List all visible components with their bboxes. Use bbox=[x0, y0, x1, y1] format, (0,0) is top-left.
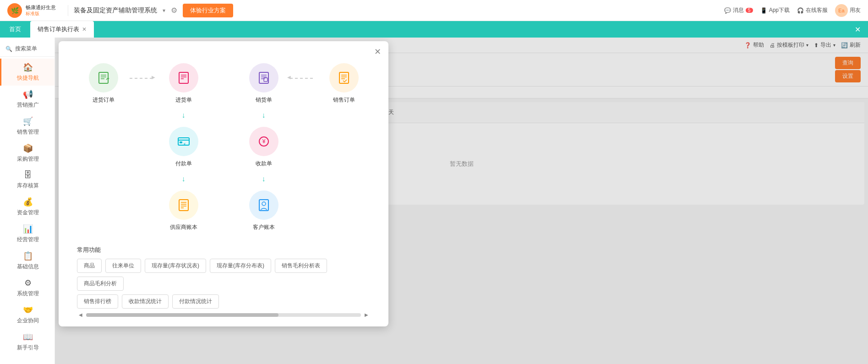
down-arrow-4: ↓ bbox=[237, 175, 290, 183]
tab-close-all-button[interactable]: ✕ bbox=[851, 25, 864, 34]
cf-sales-profit-button[interactable]: 销售毛利分析表 bbox=[275, 259, 327, 273]
message-button[interactable]: 💬 消息 5 bbox=[724, 6, 753, 14]
search-menu-button[interactable]: 🔍 搜索菜单 bbox=[0, 41, 55, 57]
sidebar-item-basic-info[interactable]: 📋 基础信息 bbox=[0, 247, 55, 274]
try-button[interactable]: 体验行业方案 bbox=[183, 4, 233, 17]
sidebar-item-operations[interactable]: 📊 经营管理 bbox=[0, 220, 55, 247]
headset-icon: 🎧 bbox=[797, 7, 804, 14]
cf-buttons-row-2: 销售排行榜 收款情况统计 付款情况统计 bbox=[77, 294, 370, 309]
scroll-right-arrow[interactable]: ▶ bbox=[363, 312, 370, 317]
dropdown-icon[interactable]: ▾ bbox=[163, 7, 165, 14]
popup-close-button[interactable]: ✕ bbox=[374, 47, 381, 57]
flow-sales-order[interactable]: 销售订单 bbox=[317, 56, 370, 111]
phone-icon: 📱 bbox=[760, 7, 767, 14]
sidebar-item-system[interactable]: ⚙ 系统管理 bbox=[0, 274, 55, 301]
cf-product-profit-button[interactable]: 商品毛利分析 bbox=[77, 277, 124, 291]
sales-bill-icon bbox=[249, 63, 278, 92]
payment-bill-icon: ¥ bbox=[169, 127, 198, 156]
marketing-icon: 📢 bbox=[23, 89, 33, 99]
user-area[interactable]: Ea 用友 bbox=[835, 4, 861, 17]
tab-home[interactable]: 首页 bbox=[0, 21, 30, 38]
flow-payment-bill[interactable]: ¥ 付款单 bbox=[157, 120, 210, 175]
message-badge: 5 bbox=[746, 8, 753, 13]
purchase-icon: 📦 bbox=[23, 143, 33, 153]
purchase-bill-icon bbox=[169, 63, 198, 92]
svg-text:¥: ¥ bbox=[262, 138, 265, 145]
flow-purchase-bill[interactable]: 进货单 bbox=[157, 56, 210, 111]
message-icon: 💬 bbox=[724, 7, 731, 14]
svg-rect-12 bbox=[264, 78, 267, 81]
sidebar-item-purchase[interactable]: 📦 采购管理 bbox=[0, 140, 55, 167]
cf-sales-rank-button[interactable]: 销售排行榜 bbox=[77, 294, 118, 309]
svg-rect-0 bbox=[99, 72, 108, 83]
cf-payment-stats-button[interactable]: 付款情况统计 bbox=[172, 294, 219, 309]
popup-overlay: ✕ 进货订单 ▶ bbox=[55, 38, 868, 364]
purchase-order-icon bbox=[89, 63, 118, 92]
common-functions-title: 常用功能 bbox=[77, 246, 370, 254]
receipt-bill-label: 收款单 bbox=[256, 160, 272, 168]
flow-row-1: 进货订单 ▶ 进货单 bbox=[77, 56, 370, 111]
gear-icon[interactable]: ⚙ bbox=[171, 6, 177, 15]
sidebar-item-inventory[interactable]: 🗄 库存核算 bbox=[0, 167, 55, 193]
flow-supplier-account[interactable]: 供应商账本 bbox=[157, 183, 210, 239]
cf-stock-dist-button[interactable]: 现存量(库存分布表) bbox=[210, 259, 271, 273]
svg-point-29 bbox=[262, 202, 266, 206]
search-icon: 🔍 bbox=[5, 46, 12, 52]
flow-sales-bill[interactable]: 销货单 bbox=[237, 56, 290, 111]
common-functions: 常用功能 商品 往来单位 现存量(库存状况表) 现存量(库存分布表) 销售毛利分… bbox=[77, 246, 370, 309]
flow-row-3: 供应商账本 客户账本 bbox=[77, 183, 370, 239]
operations-icon: 📊 bbox=[23, 224, 33, 234]
scroll-left-arrow[interactable]: ◀ bbox=[77, 312, 84, 317]
arrow-row-1: ↓ ↓ bbox=[77, 111, 370, 120]
supplier-account-icon bbox=[169, 190, 198, 220]
sidebar-item-newbie[interactable]: 📖 新手引导 bbox=[0, 328, 55, 355]
arrow-row-2: ↓ ↓ bbox=[77, 175, 370, 183]
arrow-1: ▶ bbox=[130, 78, 157, 90]
flow-receipt-bill[interactable]: ¥ 收款单 bbox=[237, 120, 290, 175]
avatar: Ea bbox=[835, 4, 848, 17]
logo-area: 🌿 畅康通好生意 标准版 bbox=[7, 3, 62, 18]
newbie-icon: 📖 bbox=[23, 332, 33, 342]
cf-receipt-stats-button[interactable]: 收款情况统计 bbox=[122, 294, 169, 309]
tab-close-icon[interactable]: ✕ bbox=[82, 26, 87, 33]
cf-buttons-row-1: 商品 往来单位 现存量(库存状况表) 现存量(库存分布表) 销售毛利分析表 商品… bbox=[77, 259, 370, 291]
online-service-button[interactable]: 🎧 在线客服 bbox=[797, 6, 828, 14]
svg-rect-19 bbox=[180, 141, 182, 143]
flow-customer-account[interactable]: 客户账本 bbox=[237, 183, 290, 239]
scroll-thumb bbox=[86, 313, 278, 317]
sidebar-item-finance[interactable]: 💰 资金管理 bbox=[0, 193, 55, 220]
sales-bill-label: 销货单 bbox=[256, 96, 272, 104]
arrow-2: ◀ bbox=[290, 78, 317, 90]
header-actions: 💬 消息 5 📱 App下载 🎧 在线客服 Ea 用友 bbox=[724, 4, 861, 17]
purchase-bill-label: 进货单 bbox=[175, 96, 192, 104]
down-arrow-1: ↓ bbox=[157, 111, 210, 120]
divider bbox=[68, 5, 68, 16]
main-layout: 🔍 搜索菜单 🏠 快捷导航 📢 营销推广 🛒 销售管理 📦 采购管理 🗄 库存核… bbox=[0, 38, 868, 364]
svg-rect-4 bbox=[179, 72, 188, 83]
sidebar-item-enterprise[interactable]: 🤝 企业协同 bbox=[0, 301, 55, 328]
down-arrow-3: ↓ bbox=[157, 175, 210, 183]
finance-icon: 💰 bbox=[23, 197, 33, 207]
cf-contacts-button[interactable]: 往来单位 bbox=[105, 259, 141, 273]
sidebar-item-quick-nav[interactable]: 🏠 快捷导航 bbox=[0, 59, 55, 86]
sidebar-item-sales[interactable]: 🛒 销售管理 bbox=[0, 113, 55, 140]
scroll-track[interactable] bbox=[86, 313, 361, 317]
home-icon: 🏠 bbox=[23, 62, 33, 72]
top-header: 🌿 畅康通好生意 标准版 装备及固定资产辅助管理系统 ▾ ⚙ 体验行业方案 💬 … bbox=[0, 0, 868, 21]
tab-sales-label: 销售订单执行表 bbox=[38, 25, 79, 33]
tab-sales-order[interactable]: 销售订单执行表 ✕ bbox=[30, 21, 94, 38]
customer-account-icon bbox=[249, 190, 278, 220]
flow-purchase-order[interactable]: 进货订单 bbox=[77, 56, 130, 111]
sidebar-item-marketing[interactable]: 📢 营销推广 bbox=[0, 86, 55, 113]
logo-icon: 🌿 bbox=[7, 3, 22, 18]
cf-stock-status-button[interactable]: 现存量(库存状况表) bbox=[145, 259, 206, 273]
enterprise-icon: 🤝 bbox=[23, 305, 33, 315]
basic-info-icon: 📋 bbox=[23, 251, 33, 261]
system-title: 装备及固定资产辅助管理系统 bbox=[74, 6, 157, 15]
logo-text: 畅康通好生意 标准版 bbox=[26, 4, 56, 16]
app-download-button[interactable]: 📱 App下载 bbox=[760, 6, 790, 14]
sales-icon: 🛒 bbox=[23, 116, 33, 126]
customer-account-label: 客户账本 bbox=[253, 223, 275, 231]
cf-product-button[interactable]: 商品 bbox=[77, 259, 102, 273]
flow-row-2: ¥ 付款单 ¥ 收款单 bbox=[77, 120, 370, 175]
